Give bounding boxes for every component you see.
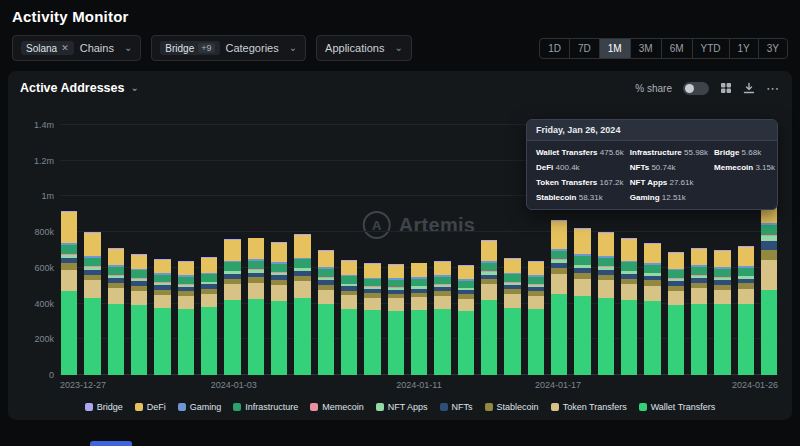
share-toggle[interactable]	[683, 82, 709, 95]
segment-defi	[318, 251, 334, 267]
bar-2024-01-08[interactable]	[341, 125, 357, 375]
segment-infrastructure	[738, 268, 754, 276]
tooltip-row-token-transfers: Token Transfers 167.2k	[536, 178, 624, 187]
bar-2024-01-01[interactable]	[178, 125, 194, 375]
time-range-6m[interactable]: 6M	[662, 39, 693, 58]
bar-2024-01-11[interactable]	[411, 125, 427, 375]
segment-token-transfers	[691, 288, 707, 303]
bar-2024-01-03[interactable]	[224, 125, 240, 375]
more-options-icon[interactable]: ⋯	[766, 82, 780, 95]
bar-2023-12-30[interactable]	[131, 125, 147, 375]
legend-swatch	[376, 403, 384, 411]
legend-swatch	[135, 403, 143, 411]
segment-infrastructure	[318, 269, 334, 277]
segment-infrastructure	[574, 256, 590, 264]
bar-2024-01-10[interactable]	[388, 125, 404, 375]
segment-defi	[201, 258, 217, 272]
legend-label: NFT Apps	[388, 402, 428, 412]
bar-2024-01-15[interactable]	[504, 125, 520, 375]
segment-defi	[271, 243, 287, 262]
bar-2024-01-06[interactable]	[294, 125, 310, 375]
category-chip-bridge[interactable]: Bridge +9	[160, 41, 219, 55]
legend-bridge[interactable]: Bridge	[85, 402, 123, 412]
grid-view-icon[interactable]	[720, 82, 732, 94]
time-range-1y[interactable]: 1Y	[730, 39, 759, 58]
bar-2024-01-09[interactable]	[364, 125, 380, 375]
segment-infrastructure	[178, 277, 194, 284]
bar-2023-12-28[interactable]	[84, 125, 100, 375]
x-axis-label: 2023-12-27	[60, 380, 106, 390]
x-axis-label: 2024-01-26	[732, 380, 778, 390]
panel-actions: % share ⋯	[635, 82, 780, 95]
time-range-3m[interactable]: 3M	[631, 39, 662, 58]
legend-gaming[interactable]: Gaming	[178, 402, 222, 412]
bar-2024-01-13[interactable]	[458, 125, 474, 375]
legend-swatch	[85, 403, 93, 411]
x-axis-label: 2024-01-11	[396, 380, 441, 390]
segment-wallet-transfers	[551, 294, 567, 375]
chain-chip-solana[interactable]: Solana ✕	[21, 41, 74, 55]
download-icon[interactable]	[743, 82, 755, 94]
segment-stablecoin	[761, 250, 777, 260]
tooltip-row-bridge: Bridge 5.68k	[714, 148, 775, 157]
y-axis-label: 0	[20, 370, 54, 380]
legend-infrastructure[interactable]: Infrastructure	[233, 402, 298, 412]
share-toggle-label: % share	[635, 83, 672, 94]
bar-2024-01-12[interactable]	[434, 125, 450, 375]
y-axis-label: 400k	[20, 299, 54, 309]
legend-swatch	[310, 403, 318, 411]
segment-infrastructure	[668, 270, 684, 278]
bar-2024-01-07[interactable]	[318, 125, 334, 375]
segment-infrastructure	[364, 279, 380, 286]
time-range-3y[interactable]: 3Y	[759, 39, 787, 58]
segment-defi	[738, 247, 754, 266]
legend-nfts[interactable]: NFTs	[440, 402, 473, 412]
segment-token-transfers	[411, 297, 427, 310]
legend-swatch	[233, 403, 241, 411]
time-range-1m[interactable]: 1M	[600, 39, 631, 58]
time-range-ytd[interactable]: YTD	[693, 39, 730, 58]
legend-defi[interactable]: DeFi	[135, 402, 166, 412]
bar-2024-01-02[interactable]	[201, 125, 217, 375]
legend-label: Token Transfers	[563, 402, 627, 412]
time-range-1d[interactable]: 1D	[540, 39, 570, 58]
segment-infrastructure	[691, 267, 707, 275]
legend-memecoin[interactable]: Memecoin	[310, 402, 364, 412]
segment-wallet-transfers	[411, 310, 427, 375]
tooltip-row-wallet-transfers: Wallet Transfers 475.6k	[536, 148, 624, 157]
toggle-knob	[685, 84, 694, 93]
bar-2024-01-14[interactable]	[481, 125, 497, 375]
time-range-7d[interactable]: 7D	[570, 39, 600, 58]
segment-defi	[61, 212, 77, 243]
categories-filter-dropdown[interactable]: Bridge +9 Categories ⌄	[151, 35, 306, 61]
segment-wallet-transfers	[761, 290, 777, 375]
page-title: Activity Monitor	[12, 8, 788, 25]
tooltip-row-stablecoin: Stablecoin 58.31k	[536, 193, 624, 202]
bar-2024-01-04[interactable]	[248, 125, 264, 375]
segment-defi	[598, 233, 614, 256]
tooltip-row-gaming: Gaming 12.51k	[630, 193, 708, 202]
bar-2023-12-27[interactable]	[61, 125, 77, 375]
segment-wallet-transfers	[458, 311, 474, 375]
chart-panel: Active Addresses ⌄ % share ⋯ A Artemis F…	[8, 71, 792, 420]
applications-filter-dropdown[interactable]: Applications ⌄	[316, 35, 412, 61]
legend-nft-apps[interactable]: NFT Apps	[376, 402, 428, 412]
bar-2023-12-31[interactable]	[154, 125, 170, 375]
chart-legend: BridgeDeFiGamingInfrastructureMemecoinNF…	[20, 402, 780, 412]
tooltip-column: Bridge 5.68kMemecoin 3.15k	[714, 148, 775, 202]
segment-token-transfers	[621, 284, 637, 300]
segment-token-transfers	[644, 286, 660, 302]
segment-wallet-transfers	[201, 307, 217, 375]
legend-stablecoin[interactable]: Stablecoin	[485, 402, 539, 412]
chains-filter-dropdown[interactable]: Solana ✕ Chains ⌄	[12, 35, 141, 61]
legend-token-transfers[interactable]: Token Transfers	[551, 402, 627, 412]
segment-defi	[551, 221, 567, 249]
segment-defi	[668, 253, 684, 269]
metric-selector[interactable]: Active Addresses ⌄	[20, 81, 139, 95]
segment-infrastructure	[551, 251, 567, 260]
segment-defi	[154, 260, 170, 273]
bar-2024-01-05[interactable]	[271, 125, 287, 375]
legend-wallet-transfers[interactable]: Wallet Transfers	[639, 402, 716, 412]
remove-chain-icon[interactable]: ✕	[61, 43, 69, 53]
bar-2023-12-29[interactable]	[108, 125, 124, 375]
